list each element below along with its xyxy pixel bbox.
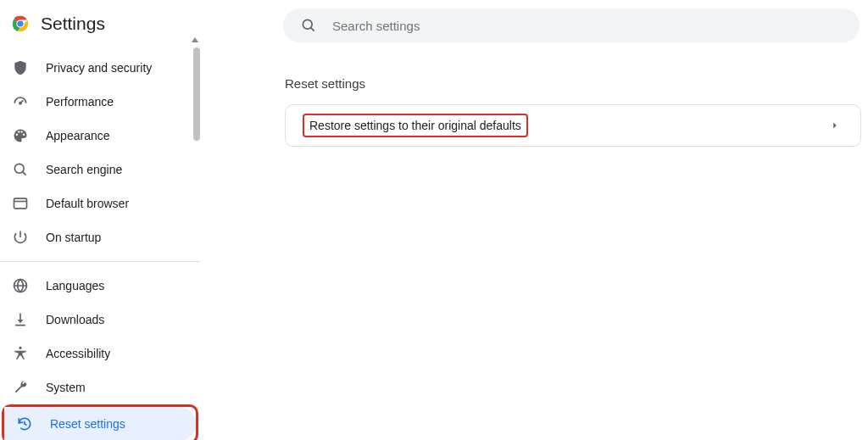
download-icon xyxy=(12,311,29,328)
search-settings[interactable] xyxy=(283,8,860,42)
sidebar: Settings Privacy and security Performanc… xyxy=(0,0,200,440)
sidebar-item-reset-settings[interactable]: Reset settings xyxy=(4,407,196,440)
reset-settings-card: Restore settings to their original defau… xyxy=(285,104,861,147)
svg-point-2 xyxy=(17,20,23,26)
sidebar-item-label: Languages xyxy=(46,279,104,292)
sidebar-item-search-engine[interactable]: Search engine xyxy=(0,153,200,187)
sidebar-item-label: On startup xyxy=(46,231,101,244)
sidebar-item-label: Accessibility xyxy=(46,347,110,360)
svg-rect-6 xyxy=(14,198,27,209)
sidebar-item-label: Default browser xyxy=(46,197,129,210)
search-input[interactable] xyxy=(332,19,843,33)
sidebar-item-label: Search engine xyxy=(46,163,122,176)
power-icon xyxy=(12,229,29,246)
sidebar-item-performance[interactable]: Performance xyxy=(0,85,200,119)
svg-point-4 xyxy=(14,164,24,173)
sidebar-item-downloads[interactable]: Downloads xyxy=(0,303,200,337)
sidebar-item-label: Privacy and security xyxy=(46,61,152,75)
search-icon xyxy=(12,161,29,178)
sidebar-item-label: Performance xyxy=(46,95,114,109)
scrollbar-up-arrow-icon[interactable] xyxy=(192,37,198,42)
sidebar-scrollbar[interactable] xyxy=(193,47,200,141)
shield-icon xyxy=(12,59,29,76)
sidebar-item-on-startup[interactable]: On startup xyxy=(0,220,200,254)
restore-defaults-row[interactable]: Restore settings to their original defau… xyxy=(286,105,860,146)
sidebar-item-default-browser[interactable]: Default browser xyxy=(0,187,200,220)
sidebar-divider xyxy=(0,261,200,262)
history-reset-icon xyxy=(16,415,33,432)
palette-icon xyxy=(12,127,29,144)
globe-icon xyxy=(12,277,29,294)
accessibility-icon xyxy=(12,345,29,362)
sidebar-nav: Privacy and security Performance Appeara… xyxy=(0,49,200,440)
chevron-right-icon xyxy=(826,117,843,134)
wrench-icon xyxy=(12,379,29,396)
restore-defaults-label: Restore settings to their original defau… xyxy=(309,119,521,132)
svg-point-9 xyxy=(19,347,21,349)
search-icon xyxy=(300,17,317,34)
svg-point-10 xyxy=(303,19,312,29)
svg-line-5 xyxy=(23,172,26,175)
sidebar-item-label: Appearance xyxy=(46,129,110,142)
sidebar-item-label: Reset settings xyxy=(50,417,125,431)
sidebar-item-accessibility[interactable]: Accessibility xyxy=(0,337,200,370)
sidebar-item-appearance[interactable]: Appearance xyxy=(0,119,200,153)
browser-window-icon xyxy=(12,195,29,212)
annotation-highlight-restore: Restore settings to their original defau… xyxy=(303,114,528,137)
speedometer-icon xyxy=(12,93,29,110)
svg-line-11 xyxy=(311,28,314,31)
sidebar-item-system[interactable]: System xyxy=(0,370,200,404)
main-content: Reset settings Restore settings to their… xyxy=(200,0,868,440)
sidebar-item-privacy[interactable]: Privacy and security xyxy=(0,51,200,85)
page-title: Settings xyxy=(41,14,105,34)
sidebar-header: Settings xyxy=(0,0,200,49)
sidebar-item-label: Downloads xyxy=(46,313,104,326)
annotation-highlight-reset: Reset settings xyxy=(2,404,198,440)
sidebar-item-languages[interactable]: Languages xyxy=(0,269,200,303)
svg-point-3 xyxy=(19,103,21,104)
section-title: Reset settings xyxy=(285,76,861,91)
sidebar-item-label: System xyxy=(46,381,86,394)
chrome-logo-icon xyxy=(12,15,29,32)
